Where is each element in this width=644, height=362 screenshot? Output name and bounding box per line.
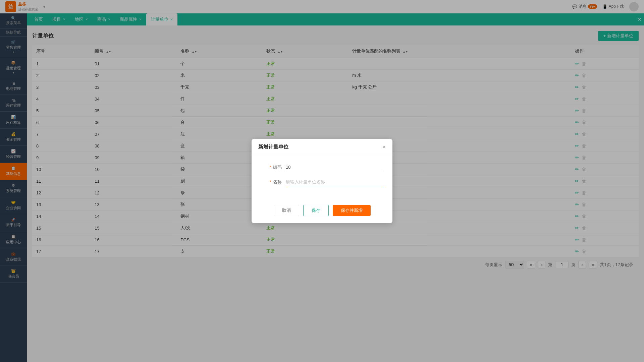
code-label: * 编码 <box>262 164 282 170</box>
modal-title: 新增计量单位 <box>258 144 288 150</box>
save-new-button[interactable]: 保存并新增 <box>333 205 371 216</box>
required-mark: * <box>269 165 271 170</box>
modal-close-btn[interactable]: × <box>383 144 386 150</box>
modal-footer: 取消 保存 保存并新增 <box>252 201 392 223</box>
name-input[interactable] <box>286 178 382 186</box>
code-input[interactable] <box>286 163 382 171</box>
form-row-code: * 编码 <box>262 163 382 171</box>
save-button[interactable]: 保存 <box>303 205 329 216</box>
add-unit-modal: 新增计量单位 × * 编码 * 名称 取消 保存 保存并新增 <box>252 139 392 223</box>
required-mark: * <box>269 179 271 184</box>
name-label: * 名称 <box>262 179 282 185</box>
cancel-button[interactable]: 取消 <box>274 205 299 216</box>
modal-header: 新增计量单位 × <box>252 139 392 155</box>
modal-overlay: 新增计量单位 × * 编码 * 名称 取消 保存 保存并新增 <box>0 0 644 362</box>
modal-body: * 编码 * 名称 <box>252 155 392 201</box>
form-row-name: * 名称 <box>262 178 382 186</box>
